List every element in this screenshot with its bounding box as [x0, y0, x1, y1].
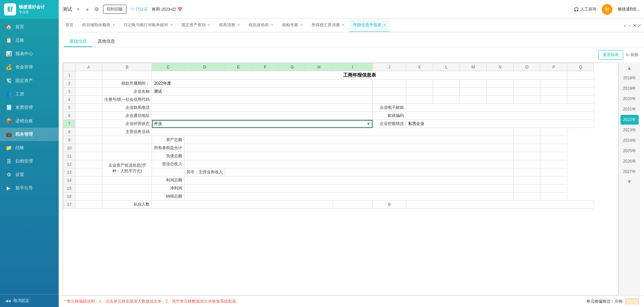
sidebar-item-purchase[interactable]: 📦 进销台账 — [0, 114, 59, 128]
cell-3-j[interactable] — [373, 88, 406, 96]
cell-13-q[interactable] — [540, 168, 567, 176]
cell-2-n[interactable] — [487, 80, 514, 88]
col-header-k[interactable]: K — [406, 63, 433, 71]
cell-12-c[interactable]: 营业总收入 — [152, 160, 184, 168]
cell-16-q[interactable] — [540, 192, 567, 201]
cell-1-title[interactable]: 工商年报信息表 — [152, 71, 567, 80]
col-header-m[interactable]: M — [460, 63, 487, 71]
tab-tax-inspect-close[interactable]: ✕ — [300, 23, 303, 27]
cell-9-p[interactable] — [514, 136, 540, 144]
tab-journal-bank-close[interactable]: ✕ — [170, 23, 173, 27]
cell-5-j[interactable]: 企业电子邮箱 — [373, 104, 406, 112]
cell-2-b[interactable]: 税款所属期间： — [102, 80, 152, 88]
cell-2-q[interactable] — [567, 80, 594, 88]
cell-6-k[interactable] — [406, 112, 594, 120]
cell-6-j[interactable]: 邮政编码 — [373, 112, 406, 120]
btn-old-version[interactable]: 切到旧版 — [103, 5, 126, 14]
cell-1-b[interactable] — [102, 71, 152, 80]
cell-16-a[interactable] — [75, 192, 102, 201]
cell-12-d[interactable] — [184, 160, 514, 168]
tab-annual-report[interactable]: 年报信息申报表 ✕ — [349, 19, 390, 32]
cell-7-a[interactable] — [75, 120, 102, 128]
tab-tax-table[interactable]: 税表清册 ✕ — [215, 19, 244, 32]
cell-12-p[interactable] — [514, 160, 540, 168]
cell-3-k[interactable] — [406, 88, 433, 96]
year-item-2025[interactable]: 2025年 — [621, 146, 639, 156]
cell-17-j[interactable]: 0 — [373, 201, 406, 209]
cell-8-b[interactable]: 主营业务活动 — [102, 128, 152, 136]
cell-15-c[interactable]: 净利润 — [152, 184, 184, 192]
cell-12-q[interactable] — [540, 160, 567, 168]
cell-2-m[interactable] — [460, 80, 487, 88]
cell-11-c[interactable]: 负债总额 — [152, 152, 184, 160]
col-header-o[interactable]: O — [514, 63, 540, 71]
sidebar-item-capital[interactable]: 💰 资金管理 — [0, 60, 59, 74]
cell-4-n[interactable] — [487, 96, 514, 104]
cell-6-b[interactable]: 企业通信地址 — [102, 112, 152, 120]
cell-14-b[interactable] — [102, 176, 152, 184]
col-header-b[interactable]: B — [102, 63, 152, 71]
cell-2-l[interactable] — [433, 80, 460, 88]
cell-2-c[interactable]: 2022年度 — [152, 80, 373, 88]
year-nav-up-icon[interactable]: ▲ — [626, 64, 634, 73]
cell-5-b[interactable]: 企业联系电话 — [102, 104, 152, 112]
cell-4-m[interactable] — [460, 96, 487, 104]
tab-nav-next-icon[interactable]: › — [628, 21, 632, 30]
cell-14-p[interactable] — [514, 176, 540, 184]
tab-journal-bank[interactable]: 日记账与银行对账单核对 ✕ — [120, 19, 177, 32]
cell-8-c[interactable] — [152, 128, 514, 136]
tab-income-tax[interactable]: 所得税汇算清缴 ✕ — [308, 19, 348, 32]
cell-4-c[interactable] — [152, 96, 373, 104]
cell-9-b[interactable] — [102, 136, 152, 144]
sidebar-item-close[interactable]: 📁 结账 — [0, 141, 59, 155]
sidebar-collapse[interactable]: ◀◀ 取消固定 — [0, 294, 59, 307]
year-item-2019[interactable]: 2019年 — [621, 84, 639, 93]
cell-5-c[interactable] — [152, 104, 373, 112]
cell-7-dropdown[interactable]: 开业 ▼ — [152, 120, 373, 128]
cell-10-q[interactable] — [540, 144, 567, 152]
cell-16-d[interactable] — [184, 192, 514, 201]
calendar-icon[interactable]: 📅 — [177, 7, 182, 12]
cell-17-k[interactable] — [406, 201, 594, 209]
cell-4-q[interactable] — [567, 96, 594, 104]
tab-tax-inspect[interactable]: 税检专家 ✕ — [278, 19, 307, 32]
cell-4-j[interactable] — [373, 96, 406, 104]
cell-12-a[interactable] — [75, 160, 102, 168]
cell-10-a[interactable] — [75, 144, 102, 152]
cell-17-b[interactable]: 从业人数 — [102, 201, 152, 209]
cell-13-c[interactable] — [152, 168, 184, 176]
col-header-l[interactable]: L — [433, 63, 460, 71]
cell-13-e[interactable] — [225, 168, 514, 176]
cell-8-p[interactable] — [514, 128, 540, 136]
cell-8-a[interactable] — [75, 128, 102, 136]
cell-2-p[interactable] — [540, 80, 567, 88]
cell-11-p[interactable] — [514, 152, 540, 160]
tab-home[interactable]: 首页 — [61, 19, 77, 32]
cell-14-d[interactable] — [184, 176, 514, 184]
sidebar-item-invoice[interactable]: 🧾 发票管理 — [0, 101, 59, 114]
tab-income-tax-close[interactable]: ✕ — [342, 23, 344, 27]
cell-7-j[interactable]: 企业控股情况 — [373, 120, 406, 128]
cell-14-q[interactable] — [540, 176, 567, 184]
tab-nav-prev-icon[interactable]: ‹ — [623, 21, 627, 30]
col-header-c[interactable]: C — [152, 63, 184, 71]
sidebar-item-ledger[interactable]: 📋 总账 — [0, 34, 59, 47]
cell-17-i[interactable] — [332, 201, 373, 209]
year-item-2027[interactable]: 2027年 — [621, 167, 639, 177]
cell-3-n[interactable] — [487, 88, 514, 96]
col-header-e[interactable]: E — [225, 63, 252, 71]
tab-close-all-icon[interactable]: ✕ — [633, 23, 637, 28]
cell-3-l[interactable] — [433, 88, 460, 96]
btn-refresh[interactable]: ↻ 刷新 — [626, 52, 639, 58]
cell-16-b[interactable] — [102, 192, 152, 201]
sub-tab-basic[interactable]: 基础信息 — [64, 36, 92, 47]
sidebar-item-home[interactable]: 🏠 首页 — [0, 20, 59, 34]
tab-tax-fluctuation[interactable]: 税负波动表 ✕ — [245, 19, 277, 32]
cell-7-k[interactable]: 私营企业 — [406, 120, 594, 128]
cell-4-b[interactable]: 注册号/统一社会信用代码 — [102, 96, 152, 104]
cell-3-b[interactable]: 企业名称 — [102, 88, 152, 96]
tab-tax-table-close[interactable]: ✕ — [237, 23, 240, 27]
cell-10-d[interactable] — [184, 144, 514, 152]
cell-11-d[interactable] — [184, 152, 514, 160]
cell-16-p[interactable] — [514, 192, 540, 201]
